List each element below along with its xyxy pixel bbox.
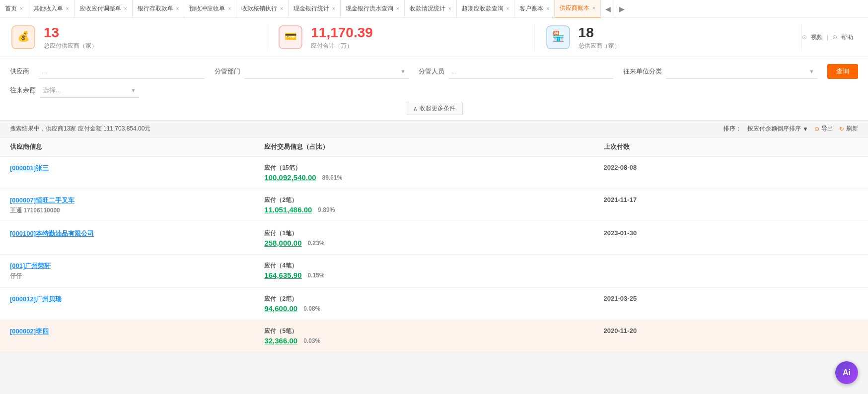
- trade-info-5: 应付（5笔） 32,366.00 0.03%: [264, 327, 603, 345]
- filter-input-supplier[interactable]: [39, 64, 205, 79]
- nav-tab-collection[interactable]: 收款核销执行 ×: [236, 0, 289, 18]
- nav-tab-cash-bank-flow-close[interactable]: ×: [396, 6, 399, 11]
- trade-label-5: 应付（5笔）: [264, 327, 603, 335]
- filter-dept-dropdown[interactable]: ▼: [244, 64, 409, 79]
- nav-tab-customer-ledger-close[interactable]: ×: [546, 6, 549, 11]
- nav-tab-bank-label: 银行存取款单: [138, 4, 173, 13]
- nav-tab-collection-stat-label: 收款情况统计: [410, 4, 445, 13]
- last-pay-date-5: 2020-11-20: [604, 327, 637, 334]
- nav-tab-other-income[interactable]: 其他收入单 ×: [28, 0, 74, 18]
- ai-button[interactable]: Ai: [835, 361, 858, 384]
- supplier-link-1[interactable]: [000007]恒旺二手叉车: [10, 197, 74, 204]
- stat-number-total-suppliers: 18: [579, 24, 620, 41]
- result-bar-right: 排序： 按应付余额倒序排序 ▼ ⊙ 导出 ↻ 刷新: [723, 125, 858, 133]
- video-link[interactable]: 视频: [811, 33, 823, 42]
- nav-tab-advance[interactable]: 预收冲应收单 ×: [184, 0, 236, 18]
- stat-icon-payable: 💰: [10, 24, 37, 51]
- nav-tab-collection-label: 收款核销执行: [241, 4, 277, 13]
- filter-row-2: 往来余额 ▼: [10, 83, 858, 98]
- filter-item-unit-class: 往来单位分类 ▼: [623, 64, 818, 79]
- filter-area: 供应商 分管部门 ▼ 分管人员 往来单位分类 ▼ 查询 往来余额: [0, 57, 868, 121]
- data-table: 供应商信息 应付交易信息（占比） 上次付数 [000001]张三 应付（15笔）…: [0, 137, 868, 352]
- nav-tab-collection-stat[interactable]: 收款情况统计 ×: [405, 0, 457, 18]
- trade-amount-2[interactable]: 258,000.00: [264, 239, 301, 247]
- last-pay-4: 2021-03-25: [604, 295, 774, 302]
- supplier-link-5[interactable]: [000002]李四: [10, 328, 49, 335]
- collapse-label: 收起更多条件: [420, 104, 455, 113]
- trade-amount-5[interactable]: 32,366.00: [264, 336, 297, 345]
- nav-tab-adjust[interactable]: 应收应付调整单 ×: [74, 0, 133, 18]
- supplier-link-2[interactable]: [000100]本特勤油品有限公司: [10, 230, 94, 237]
- filter-input-unit-class[interactable]: [666, 64, 818, 79]
- trade-amount-0[interactable]: 100,092,540.00: [264, 173, 316, 182]
- nav-tab-bank-close[interactable]: ×: [176, 6, 179, 11]
- nav-tab-overdue-close[interactable]: ×: [506, 6, 509, 11]
- trade-info-3: 应付（4笔） 164,635.90 0.15%: [264, 262, 603, 279]
- trade-amount-3[interactable]: 164,635.90: [264, 271, 301, 279]
- nav-tab-other-income-label: 其他收入单: [33, 4, 63, 13]
- filter-unit-class-dropdown[interactable]: ▼: [666, 64, 818, 79]
- filter-input-balance[interactable]: [40, 83, 139, 98]
- trade-percent-3: 0.15%: [307, 272, 324, 279]
- trade-amount-1[interactable]: 11,051,486.00: [264, 205, 312, 214]
- nav-tab-cash-bank-stat-close[interactable]: ×: [332, 6, 335, 11]
- nav-tab-advance-close[interactable]: ×: [228, 6, 231, 11]
- export-button[interactable]: ⊙ 导出: [814, 125, 833, 133]
- refresh-label: 刷新: [846, 125, 858, 133]
- trade-label-3: 应付（4笔）: [264, 262, 603, 270]
- collapse-icon: ∧: [413, 105, 418, 112]
- trade-info-2: 应付（1笔） 258,000.00 0.23%: [264, 229, 603, 247]
- trade-amount-4[interactable]: 94,600.00: [264, 304, 297, 313]
- sort-select[interactable]: 按应付余额倒序排序 ▼: [747, 125, 808, 133]
- nav-tab-home-close[interactable]: ×: [20, 6, 23, 11]
- nav-tab-adjust-close[interactable]: ×: [124, 6, 127, 11]
- stat-text-payable: 13 总应付供应商（家）: [44, 24, 97, 51]
- nav-tab-overdue[interactable]: 超期应收款查询 ×: [457, 0, 515, 18]
- supplier-sub-3: 仔仔: [10, 272, 264, 280]
- filter-input-dept[interactable]: [244, 64, 409, 79]
- filter-balance-dropdown[interactable]: ▼: [40, 83, 139, 98]
- nav-tab-supplier-ledger[interactable]: 供应商账本 ×: [555, 0, 601, 18]
- stat-card-total-payable: 💳 11,170.39 应付合计（万）: [267, 24, 534, 51]
- supplier-info-3: [001]广州荣轩 仔仔: [10, 262, 264, 280]
- trade-info-0: 应付（15笔） 100,092,540.00 89.61%: [264, 164, 603, 182]
- refresh-button[interactable]: ↻ 刷新: [839, 125, 858, 133]
- supplier-link-3[interactable]: [001]广州荣轩: [10, 262, 51, 269]
- collapse-button[interactable]: ∧ 收起更多条件: [406, 102, 463, 115]
- supplier-info-4: [000012]广州贝瑞: [10, 295, 264, 304]
- filter-item-person: 分管人员: [419, 64, 613, 79]
- nav-tab-bank[interactable]: 银行存取款单 ×: [133, 0, 185, 18]
- nav-tab-customer-ledger[interactable]: 客户账本 ×: [514, 0, 555, 18]
- supplier-link-4[interactable]: [000012]广州贝瑞: [10, 295, 62, 303]
- nav-tab-other-income-close[interactable]: ×: [66, 6, 69, 11]
- trade-label-2: 应付（1笔）: [264, 229, 603, 238]
- nav-tab-customer-ledger-label: 客户账本: [519, 4, 543, 13]
- supplier-info-5: [000002]李四: [10, 327, 264, 336]
- nav-next-arrow[interactable]: ▶: [615, 0, 629, 18]
- filter-label-unit-class: 往来单位分类: [623, 67, 662, 76]
- nav-tab-cash-bank-stat-label: 现金银行统计: [293, 4, 329, 13]
- nav-tab-cash-bank-flow-label: 现金银行流水查询: [346, 4, 393, 13]
- filter-input-person[interactable]: [448, 64, 613, 79]
- supplier-info-2: [000100]本特勤油品有限公司: [10, 229, 264, 238]
- supplier-link-0[interactable]: [000001]张三: [10, 164, 49, 172]
- sort-value: 按应付余额倒序排序: [747, 125, 801, 133]
- nav-tab-supplier-ledger-close[interactable]: ×: [592, 5, 595, 11]
- supplier-info-1: [000007]恒旺二手叉车 王通 17106110000: [10, 196, 264, 215]
- filter-item-balance: 往来余额 ▼: [10, 83, 139, 98]
- nav-tab-cash-bank-flow[interactable]: 现金银行流水查询 ×: [341, 0, 405, 18]
- table-body: [000001]张三 应付（15笔） 100,092,540.00 89.61%…: [0, 157, 868, 352]
- trade-percent-1: 9.89%: [318, 206, 335, 213]
- search-button[interactable]: 查询: [827, 64, 858, 79]
- nav-tab-collection-stat-close[interactable]: ×: [448, 6, 451, 11]
- trade-percent-4: 0.08%: [303, 305, 320, 312]
- svg-text:🏪: 🏪: [552, 30, 564, 42]
- nav-prev-arrow[interactable]: ◀: [601, 0, 615, 18]
- table-row: [001]广州荣轩 仔仔 应付（4笔） 164,635.90 0.15%: [0, 255, 868, 288]
- filter-item-supplier: 供应商: [10, 64, 205, 79]
- nav-tab-cash-bank-stat[interactable]: 现金银行统计 ×: [289, 0, 341, 18]
- nav-tab-collection-close[interactable]: ×: [280, 6, 283, 11]
- stat-card-payable-suppliers: 💰 13 总应付供应商（家）: [10, 24, 267, 51]
- help-link[interactable]: 帮助: [841, 33, 853, 42]
- nav-tab-home[interactable]: 首页 ×: [0, 0, 28, 18]
